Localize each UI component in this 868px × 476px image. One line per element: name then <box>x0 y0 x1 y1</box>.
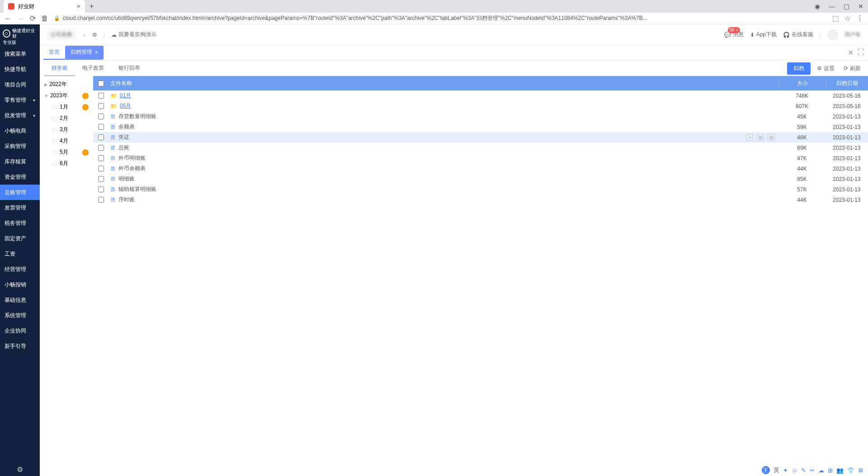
tree-month[interactable]: ▢2月 <box>50 113 91 124</box>
tree-month[interactable]: ▢5月! <box>50 147 91 158</box>
file-link[interactable]: 05月 <box>120 102 131 110</box>
table-row[interactable]: 🖹凭证↗▤▥ 48K 2023-01-13 <box>93 132 868 143</box>
tab-finance[interactable]: 财务账 <box>44 61 75 76</box>
sidebar-item[interactable]: 固定资产 <box>0 231 40 246</box>
tree-month[interactable]: ▢4月 <box>50 135 91 147</box>
table-row[interactable]: 🖹明细账 85K 2023-01-13 <box>93 174 868 184</box>
tab-invoice[interactable]: 电子发票 <box>75 61 111 76</box>
maximize-icon[interactable]: ▢ <box>843 3 850 10</box>
tray-icon[interactable]: ✂ <box>810 467 815 474</box>
sidebar-item[interactable]: 资金管理 <box>0 169 40 185</box>
sidebar-item[interactable]: 快捷导航 <box>0 62 40 77</box>
file-link[interactable]: 01月 <box>120 92 131 100</box>
row-checkbox[interactable] <box>98 166 104 171</box>
minimize-icon[interactable]: — <box>828 3 835 10</box>
refresh-button[interactable]: ⟳刷新 <box>841 62 863 75</box>
tray-icon[interactable]: 👥 <box>836 467 844 474</box>
tab-archive[interactable]: 归档管理 × <box>65 46 104 60</box>
ime-indicator[interactable]: 英 <box>774 466 779 474</box>
back-icon[interactable]: ← <box>5 14 12 23</box>
tray-icon[interactable]: ☺ <box>792 467 797 474</box>
row-checkbox[interactable] <box>98 114 104 119</box>
account-icon[interactable]: ◉ <box>814 3 821 10</box>
row-checkbox[interactable] <box>98 124 104 130</box>
table-row[interactable]: 📁05月 807K 2023-05-16 <box>93 101 868 111</box>
sidebar-item[interactable]: 系统管理 <box>0 308 40 323</box>
pdf-icon[interactable]: ▤ <box>757 134 764 141</box>
row-checkbox[interactable] <box>98 93 104 99</box>
close-window-icon[interactable]: ✕ <box>857 3 864 10</box>
sidebar-item[interactable]: 发票管理 <box>0 200 40 215</box>
url-bar[interactable]: 🔒 cloud.chanjet.com/cc/u6d89qwnryel/57bf… <box>54 14 827 22</box>
sidebar-item[interactable]: 经营管理 <box>0 262 40 277</box>
tree-node-2022[interactable]: ▶ 2022年 <box>42 79 91 90</box>
close-tabs-icon[interactable]: ✕ <box>848 48 854 57</box>
table-row[interactable]: 🖹辅助核算明细账 57K 2023-01-13 <box>93 184 868 195</box>
avatar[interactable] <box>827 29 838 40</box>
export-icon[interactable]: ↗ <box>746 134 753 141</box>
settings-button[interactable]: ⚙设置 <box>814 62 837 75</box>
tree-node-2023[interactable]: ▼ 2023年 ! <box>42 90 91 101</box>
new-tab-button[interactable]: + <box>85 0 98 12</box>
sidebar-item[interactable]: 总账管理 <box>0 185 40 200</box>
table-row[interactable]: 🖹序时账 44K 2023-01-13 <box>93 195 868 205</box>
tray-icon[interactable]: ✦ <box>783 467 788 474</box>
tree-month[interactable]: ▢1月! <box>50 101 91 113</box>
tray-icon[interactable]: ✎ <box>801 467 806 474</box>
forward-icon[interactable]: → <box>17 14 24 23</box>
sidebar-item[interactable]: 库存核算 <box>0 154 40 169</box>
select-all-checkbox[interactable] <box>98 81 104 86</box>
sidebar-item[interactable]: 基础信息 <box>0 292 40 308</box>
menu-icon[interactable]: ⋮ <box>856 14 863 23</box>
tray-icon[interactable]: ☁ <box>818 467 824 474</box>
archive-button[interactable]: 归档 <box>787 62 811 75</box>
sidebar-settings-icon[interactable]: ⚙ <box>0 462 40 476</box>
sidebar-item[interactable]: 工资 <box>0 246 40 262</box>
tray-icon[interactable]: ⚙ <box>858 467 863 474</box>
user-name[interactable]: 用户名 <box>844 31 861 38</box>
sidebar-item[interactable]: 搜索菜单 <box>0 46 40 62</box>
table-row[interactable]: 📁01月 748K 2023-05-16 <box>93 90 868 101</box>
star-icon[interactable]: ☆ <box>844 14 851 23</box>
sidebar-item[interactable]: 零售管理▾ <box>0 92 40 108</box>
row-checkbox[interactable] <box>98 197 104 203</box>
reload-icon[interactable]: ⟳ <box>30 14 36 23</box>
demo-link[interactable]: ☁ 我要看实例演示 <box>111 31 156 38</box>
tray-app-icon[interactable]: 王 <box>762 466 770 474</box>
sidebar-item[interactable]: 批发管理▾ <box>0 108 40 123</box>
messages-button[interactable]: 99 + 💬 消息 <box>724 31 744 38</box>
tree-month[interactable]: ▢6月 <box>50 158 91 169</box>
expand-icon[interactable]: ▶ <box>44 82 47 87</box>
sidebar-item[interactable]: 项目合同 <box>0 77 40 92</box>
gear-icon[interactable]: ⚙ <box>92 32 97 38</box>
close-icon[interactable]: × <box>95 49 98 56</box>
table-row[interactable]: 🖹外币明细账 47K 2023-01-13 <box>93 153 868 163</box>
row-checkbox[interactable] <box>98 134 104 140</box>
table-row[interactable]: 🖹存货数量明细账 45K 2023-01-13 <box>93 111 868 122</box>
tree-month[interactable]: ▢3月 <box>50 124 91 135</box>
row-checkbox[interactable] <box>98 103 104 109</box>
tray-icon[interactable]: ⊞ <box>828 467 833 474</box>
row-checkbox[interactable] <box>98 176 104 182</box>
row-checkbox[interactable] <box>98 186 104 192</box>
install-icon[interactable]: ⬚ <box>832 14 839 23</box>
browser-tab[interactable]: 好业财 × <box>4 0 85 13</box>
table-row[interactable]: 🖹外币余额表 44K 2023-01-13 <box>93 163 868 174</box>
tray-icon[interactable]: 👕 <box>847 467 854 474</box>
close-tab-icon[interactable]: × <box>77 3 80 10</box>
sidebar-item[interactable]: 采购管理 <box>0 138 40 154</box>
row-checkbox[interactable] <box>98 155 104 161</box>
sidebar-item[interactable]: 新手引导 <box>0 338 40 354</box>
tab-home[interactable]: 首页 <box>43 46 65 60</box>
collapse-icon[interactable]: ▼ <box>44 94 48 98</box>
fullscreen-icon[interactable]: ⛶ <box>857 48 864 57</box>
delete-icon[interactable]: 🗑 <box>41 14 48 23</box>
row-checkbox[interactable] <box>98 145 104 151</box>
chevron-down-icon[interactable]: ⌄ <box>82 32 86 37</box>
sidebar-item[interactable]: 小畅报销 <box>0 277 40 292</box>
sidebar-item[interactable]: 税务管理 <box>0 215 40 231</box>
table-row[interactable]: 🖹总账 69K 2023-01-13 <box>93 143 868 153</box>
download-button[interactable]: ⬇ App下载 <box>750 31 777 38</box>
company-selector[interactable]: 公司名称 <box>47 29 76 40</box>
view-icon[interactable]: ▥ <box>768 134 775 141</box>
